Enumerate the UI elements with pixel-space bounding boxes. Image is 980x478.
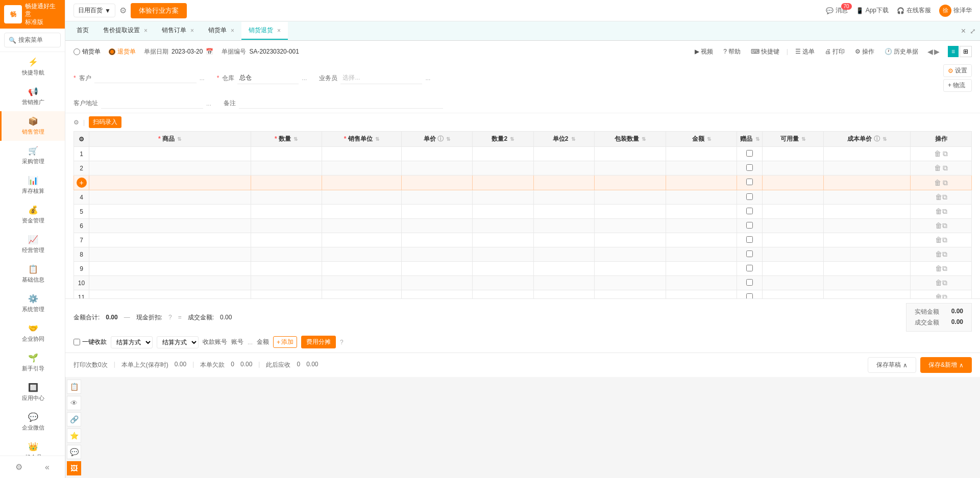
- radio-return-input[interactable]: [109, 48, 115, 55]
- right-panel-btn-5[interactable]: 💬: [67, 445, 81, 459]
- fee-help-icon[interactable]: ?: [340, 339, 344, 346]
- row-unit2-3[interactable]: [533, 175, 594, 190]
- row-qty2-1[interactable]: [473, 147, 533, 161]
- customer-input[interactable]: [94, 73, 197, 83]
- delete-row-3[interactable]: 🗑: [934, 179, 941, 187]
- daily-goods-select[interactable]: 日用百货 ▼: [74, 4, 115, 17]
- one-click-payment-checkbox[interactable]: 一键收款: [74, 338, 107, 346]
- help-question-icon[interactable]: ?: [168, 314, 172, 321]
- row-price-1[interactable]: [401, 147, 472, 161]
- row-gift-1[interactable]: [737, 147, 763, 161]
- account-dots[interactable]: ...: [248, 339, 253, 346]
- sidebar-item-sales[interactable]: 📦 销售管理: [0, 111, 65, 141]
- app-download-button[interactable]: 📱 App下载: [856, 6, 889, 15]
- warehouse-dots[interactable]: ...: [302, 74, 307, 82]
- delete-row-9[interactable]: 🗑: [935, 264, 942, 272]
- address-dots[interactable]: ...: [206, 100, 211, 107]
- sort-qty-icon[interactable]: ⇅: [293, 136, 298, 142]
- row-unit-1[interactable]: [322, 147, 401, 161]
- sort-avail-icon[interactable]: ⇅: [801, 136, 805, 142]
- copy-row-6[interactable]: ⧉: [942, 221, 947, 230]
- row-unit-3[interactable]: [322, 175, 401, 190]
- user-profile[interactable]: 徐 徐泽华: [939, 5, 972, 17]
- row-qty2-3[interactable]: [473, 175, 533, 190]
- gift-checkbox-2[interactable]: [746, 164, 753, 171]
- list-view-button[interactable]: ≡: [948, 46, 959, 57]
- copy-row-9[interactable]: ⧉: [942, 264, 947, 272]
- delete-row-1[interactable]: 🗑: [934, 149, 941, 158]
- tab-price-settings[interactable]: 售价提取设置 ×: [96, 22, 155, 40]
- tab-home[interactable]: 首页: [69, 22, 96, 40]
- calc-method-select[interactable]: 结算方式: [157, 336, 199, 348]
- sidebar-item-newbie[interactable]: 🌱 新手引导: [0, 348, 65, 378]
- row-avail-2[interactable]: [763, 161, 823, 175]
- salesperson-input[interactable]: 选择...: [340, 72, 422, 84]
- copy-row-11[interactable]: ⧉: [942, 293, 947, 298]
- trial-plan-button[interactable]: 体验行业方案: [131, 3, 187, 18]
- row-price-3[interactable]: [401, 175, 472, 190]
- row-price-2[interactable]: [401, 161, 472, 175]
- sort-qty2-icon[interactable]: ⇅: [510, 136, 514, 142]
- tab-close-sales-delivery[interactable]: ×: [231, 27, 234, 34]
- right-panel-btn-1[interactable]: 📋: [67, 380, 81, 394]
- salesperson-dots[interactable]: ...: [425, 74, 430, 82]
- row-unit2-2[interactable]: [533, 161, 594, 175]
- row-amount-1[interactable]: [666, 147, 737, 161]
- radio-sales-delivery[interactable]: 销货单: [74, 47, 101, 56]
- payment-checkbox[interactable]: [74, 339, 80, 345]
- sidebar-item-purchase[interactable]: 🛒 采购管理: [0, 141, 65, 170]
- sidebar-item-basic-info[interactable]: 📋 基础信息: [0, 259, 65, 289]
- select-order-button[interactable]: ☰ 选单: [792, 46, 818, 57]
- delete-row-10[interactable]: 🗑: [935, 279, 942, 287]
- product-input-3[interactable]: [91, 179, 249, 186]
- radio-return[interactable]: 退货单: [109, 47, 136, 56]
- row-cost-1[interactable]: [823, 147, 911, 161]
- row-amount-3[interactable]: [666, 175, 737, 190]
- tab-close-sales-order[interactable]: ×: [190, 27, 194, 34]
- right-panel-btn-4[interactable]: ⭐: [67, 429, 81, 443]
- row-pkg-2[interactable]: [595, 161, 666, 175]
- delete-row-6[interactable]: 🗑: [935, 221, 942, 230]
- row-qty-1[interactable]: [251, 147, 322, 161]
- online-service-button[interactable]: 🎧 在线客服: [897, 6, 931, 15]
- sidebar-settings-button[interactable]: ⚙: [13, 460, 24, 474]
- sidebar-item-wechat[interactable]: 💬 企业微信: [0, 407, 65, 437]
- fee-split-button[interactable]: 费用分摊: [301, 336, 336, 348]
- gift-checkbox-1[interactable]: [746, 150, 753, 157]
- radio-sales-input[interactable]: [74, 48, 80, 55]
- sort-cost-icon[interactable]: ⇅: [883, 136, 887, 142]
- row-avail-1[interactable]: [763, 147, 823, 161]
- row-pkg-1[interactable]: [595, 147, 666, 161]
- sidebar-item-finance[interactable]: 💰 资金管理: [0, 200, 65, 230]
- address-input[interactable]: [101, 98, 203, 109]
- copy-row-3[interactable]: ⧉: [943, 179, 948, 187]
- delete-row-8[interactable]: 🗑: [935, 250, 942, 258]
- row-gift-3[interactable]: [737, 175, 763, 190]
- table-settings-icon[interactable]: ⚙: [74, 119, 79, 126]
- close-window-icon[interactable]: ×: [961, 27, 966, 36]
- row-product-4[interactable]: [89, 190, 251, 205]
- calendar-icon[interactable]: 📅: [206, 48, 213, 55]
- shortcut-button[interactable]: ⌨ 快捷键: [748, 46, 782, 57]
- topbar-gear-icon[interactable]: ⚙: [119, 6, 127, 15]
- scan-button[interactable]: 扫码录入: [89, 116, 121, 128]
- remark-input[interactable]: [239, 98, 443, 109]
- operate-button[interactable]: ⚙ 操作: [852, 46, 877, 57]
- th-settings[interactable]: ⚙: [74, 132, 89, 147]
- row-unit-2[interactable]: [322, 161, 401, 175]
- add-payment-button[interactable]: + 添加: [273, 336, 297, 348]
- tab-sales-return[interactable]: 销货退货 ×: [241, 22, 288, 40]
- row-amount-2[interactable]: [666, 161, 737, 175]
- delete-row-5[interactable]: 🗑: [935, 207, 942, 215]
- save-draft-button[interactable]: 保存草稿 ∧: [868, 357, 916, 373]
- right-panel-btn-6[interactable]: 🖼: [67, 461, 81, 475]
- sort-pkg-icon[interactable]: ⇅: [642, 136, 646, 142]
- right-panel-btn-3[interactable]: 🔗: [67, 412, 81, 426]
- row-qty-2[interactable]: [251, 161, 322, 175]
- help-button[interactable]: ? 帮助: [720, 46, 744, 57]
- sidebar-item-quick-nav[interactable]: ⚡ 快捷导航: [0, 52, 65, 82]
- search-menu-button[interactable]: 🔍 搜索菜单: [4, 33, 61, 47]
- sidebar-item-operations[interactable]: 📈 经营管理: [0, 230, 65, 259]
- tab-close-price-settings[interactable]: ×: [144, 27, 148, 34]
- row-pkg-3[interactable]: [595, 175, 666, 190]
